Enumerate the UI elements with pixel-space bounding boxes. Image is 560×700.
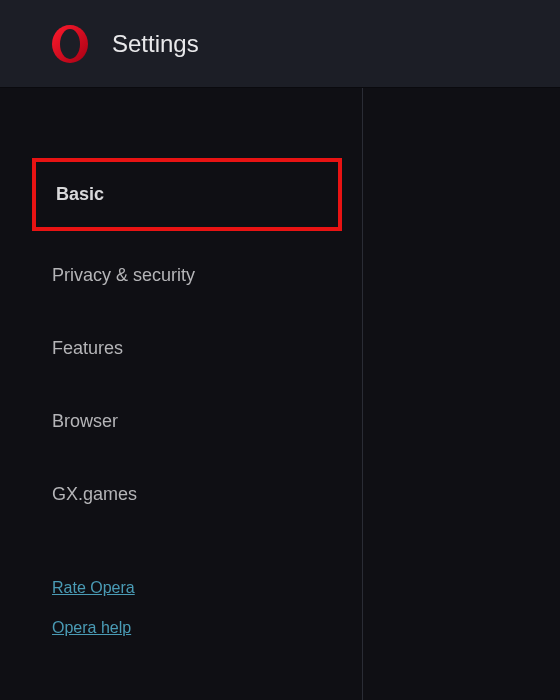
page-title: Settings <box>112 30 199 58</box>
main-content-area <box>363 88 560 700</box>
sidebar-item-gx-games[interactable]: GX.games <box>32 466 342 523</box>
sidebar-item-privacy-security[interactable]: Privacy & security <box>32 247 342 304</box>
link-label: Rate Opera <box>52 579 135 596</box>
sidebar-item-label: Privacy & security <box>52 265 195 285</box>
sidebar-item-basic[interactable]: Basic <box>32 158 342 231</box>
sidebar-item-label: GX.games <box>52 484 137 504</box>
opera-logo-icon <box>50 24 90 64</box>
opera-help-link[interactable]: Opera help <box>52 619 362 637</box>
content-area: Basic Privacy & security Features Browse… <box>0 88 560 700</box>
svg-point-1 <box>60 29 80 59</box>
sidebar-item-label: Browser <box>52 411 118 431</box>
link-label: Opera help <box>52 619 131 636</box>
rate-opera-link[interactable]: Rate Opera <box>52 579 362 597</box>
settings-sidebar: Basic Privacy & security Features Browse… <box>0 88 363 700</box>
sidebar-item-label: Basic <box>56 184 104 204</box>
settings-header: Settings <box>0 0 560 88</box>
sidebar-links-section: Rate Opera Opera help <box>32 579 362 659</box>
sidebar-item-label: Features <box>52 338 123 358</box>
sidebar-item-browser[interactable]: Browser <box>32 393 342 450</box>
sidebar-item-features[interactable]: Features <box>32 320 342 377</box>
